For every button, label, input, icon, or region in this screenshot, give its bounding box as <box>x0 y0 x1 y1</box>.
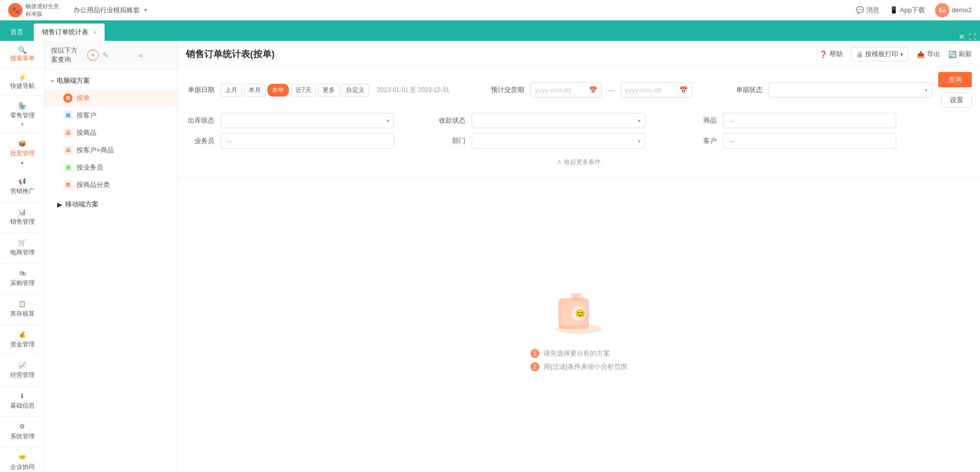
system-title: 办公用品行业模拟账套 <box>74 6 140 15</box>
tab-close-icon[interactable]: × <box>93 29 96 35</box>
salesman-select[interactable]: ··· <box>220 133 394 149</box>
payment-select[interactable]: ▾ <box>472 113 645 128</box>
date-btn-more[interactable]: 更多 <box>318 84 339 97</box>
customer-select[interactable]: ··· <box>723 133 896 149</box>
status-select[interactable]: ▾ <box>769 82 932 98</box>
scheme-circle-icon: 按 <box>63 93 72 103</box>
edit-scheme-icon[interactable]: ✎ <box>103 51 135 59</box>
inventory-icon: 📋 <box>18 300 26 308</box>
sidebar-item-finance[interactable]: 💰 资金管理 <box>0 325 44 356</box>
svg-rect-5 <box>571 293 581 300</box>
date-btn-custom[interactable]: 自定义 <box>341 84 369 97</box>
marketing-icon: 📢 <box>18 178 26 185</box>
top-bar-left: 🐾 畅捷通好生意 标准版 办公用品行业模拟账套 ▾ <box>8 3 148 17</box>
scheme-item-by-order[interactable]: 按 按单 <box>45 89 177 107</box>
mobile-group-arrow: ▶ <box>57 201 62 208</box>
status-select-arrow: ▾ <box>925 87 927 93</box>
sidebar-item-wholesale[interactable]: 📦 批发管理 ▲ <box>0 134 44 172</box>
sidebar-quick-nav[interactable]: ⚡ 快捷导航 <box>0 68 44 96</box>
sidebar-item-purchase[interactable]: 🛍 采购管理 <box>0 264 44 294</box>
logo-area: 🐾 畅捷通好生意 标准版 <box>8 3 59 17</box>
refresh-icon: 🔄 <box>948 51 957 58</box>
date-btn-this-month[interactable]: 本月 <box>244 84 265 97</box>
payment-select-arrow: ▾ <box>638 118 641 124</box>
scheme-item-by-customer[interactable]: 顾 按客户 <box>45 107 177 124</box>
expected-date-end[interactable]: yyyy-mm-dd 📅 <box>621 82 692 98</box>
page-title: 销售订单统计表(按单) <box>186 48 275 60</box>
sidebar-item-basic[interactable]: ℹ 基础信息 <box>0 386 44 417</box>
filter-area: 单据日期 上月 本月 本年 近7天 更多 自定义 2023-01-01 至 20… <box>178 66 980 177</box>
salesman-ellipsis-btn[interactable]: ··· <box>227 137 233 145</box>
message-btn[interactable]: 💬 消息 <box>856 6 879 15</box>
scheme-item-by-customer-goods[interactable]: 品 按客户+商品 <box>45 141 177 159</box>
app-download-btn[interactable]: 📱 App下载 <box>890 6 925 15</box>
mobile-group-header[interactable]: ▶ 移动端方案 <box>45 196 177 213</box>
scheme-goods-icon: 品 <box>63 128 72 137</box>
system-dropdown-icon[interactable]: ▾ <box>144 6 148 14</box>
user-menu[interactable]: Ea demo2 <box>935 3 972 17</box>
sidebar-item-system[interactable]: ⚙ 系统管理 <box>0 417 44 447</box>
sidebar-item-sales[interactable]: 📊 销售管理 <box>0 202 44 233</box>
expected-date-start[interactable]: yyyy-mm-dd 📅 <box>530 82 602 98</box>
delivery-select-arrow: ▾ <box>387 118 389 124</box>
add-scheme-btn[interactable]: + <box>87 50 99 61</box>
scheme-category-icon: 类 <box>63 180 72 190</box>
desktop-group-header[interactable]: ▾ 电脑端方案 <box>45 72 177 89</box>
empty-illustration: 😊 <box>543 278 615 341</box>
payment-label: 收款状态 <box>437 116 465 125</box>
delivery-label: 出库状态 <box>186 116 214 125</box>
calendar-icon-start: 📅 <box>589 86 597 94</box>
page-actions: ❓ 帮助 🖨 按模板打印 ▾ 📤 导出 🔄 刷新 <box>819 47 972 61</box>
goods-label: 商品 <box>688 116 717 125</box>
dept-select-arrow: ▾ <box>638 138 641 144</box>
collapse-bar[interactable]: ∧ 收起更多条件 <box>186 154 972 171</box>
tab-sales-order-summary[interactable]: 销售订单统计表 × <box>34 23 105 41</box>
step-1-num: 1 <box>530 349 540 358</box>
export-btn[interactable]: 📤 导出 <box>917 50 940 59</box>
basic-icon: ℹ <box>21 392 23 399</box>
collapse-panel-icon[interactable]: « <box>139 51 171 59</box>
svg-text:😊: 😊 <box>575 309 585 318</box>
scheme-item-by-category[interactable]: 类 按商品分类 <box>45 176 177 194</box>
sidebar-item-inventory[interactable]: 📋 库存核算 <box>0 294 44 325</box>
dept-select[interactable]: ▾ <box>472 133 645 149</box>
scheme-item-by-goods[interactable]: 品 按商品 <box>45 124 177 141</box>
empty-state: 😊 1 请先选择要分析的方案 2 用[过滤]条件来缩小分析范围 <box>178 177 980 472</box>
tab-controls: ✕ ⛶ <box>959 33 980 41</box>
left-panel-header: 按以下方案查询 + ✎ « <box>45 41 177 70</box>
sidebar-item-collaboration[interactable]: 🤝 企业协同 <box>0 447 44 472</box>
date-btn-7days[interactable]: 近7天 <box>291 84 316 97</box>
sidebar-search-menu[interactable]: 🔍 搜索菜单 <box>0 41 44 68</box>
purchase-icon: 🛍 <box>19 270 26 277</box>
date-btn-this-year[interactable]: 本年 <box>267 84 289 97</box>
avatar: Ea <box>935 3 949 17</box>
print-btn[interactable]: 🖨 按模板打印 ▾ <box>851 47 909 61</box>
tab-home[interactable]: 首页 <box>2 23 32 41</box>
filter-row-2: 出库状态 ▾ 收款状态 ▾ 商品 ··· <box>186 113 972 128</box>
customer-label: 客户 <box>688 136 717 146</box>
query-button[interactable]: 查询 <box>938 72 972 87</box>
goods-ellipsis-btn[interactable]: ··· <box>729 117 735 125</box>
date-separator: — <box>608 86 615 94</box>
settings-button[interactable]: 设置 <box>941 92 972 108</box>
window-expand-icon[interactable]: ⛶ <box>969 33 976 41</box>
sidebar: 🔍 搜索菜单 ⚡ 快捷导航 🏪 零售管理 ▼ 📦 批发管理 ▲ 📢 营销推广 📊… <box>0 41 45 472</box>
scheme-item-by-salesman[interactable]: 员 按业务员 <box>45 159 177 176</box>
help-icon: ❓ <box>819 51 827 58</box>
right-main: 销售订单统计表(按单) ❓ 帮助 🖨 按模板打印 ▾ 📤 导出 <box>178 41 980 472</box>
sidebar-item-operations[interactable]: 📈 经营管理 <box>0 356 44 386</box>
date-btn-last-month[interactable]: 上月 <box>220 84 242 97</box>
scheme-customer-icon: 顾 <box>63 111 72 120</box>
delivery-select[interactable]: ▾ <box>220 113 394 128</box>
goods-select[interactable]: ··· <box>723 113 896 128</box>
collaboration-icon: 🤝 <box>18 454 26 461</box>
sidebar-item-ecommerce[interactable]: 🛒 电商管理 <box>0 233 44 264</box>
sidebar-item-marketing[interactable]: 📢 营销推广 <box>0 172 44 202</box>
filter-row-3: 业务员 ··· 部门 ▾ 客户 ··· <box>186 133 972 149</box>
sidebar-item-retail[interactable]: 🏪 零售管理 ▼ <box>0 96 44 134</box>
window-close-icon[interactable]: ✕ <box>959 33 965 41</box>
app-icon: 📱 <box>890 6 898 14</box>
help-btn[interactable]: ❓ 帮助 <box>819 50 843 59</box>
customer-ellipsis-btn[interactable]: ··· <box>729 137 735 145</box>
refresh-btn[interactable]: 🔄 刷新 <box>948 50 972 59</box>
